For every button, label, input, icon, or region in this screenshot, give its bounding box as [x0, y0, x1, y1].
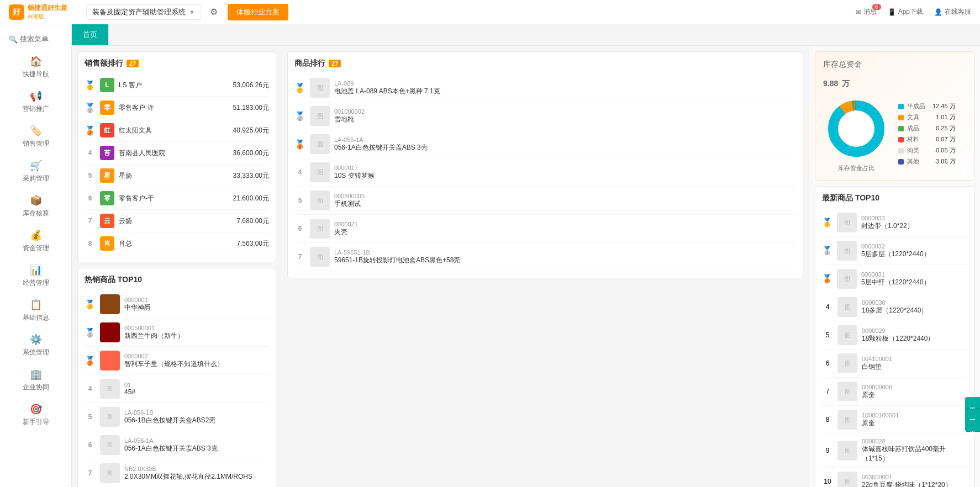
nav-tabs: 首页 [72, 24, 980, 46]
dropdown-arrow-icon: ▼ [189, 9, 195, 15]
latest-products-list: 🥇 图 0000033 封边带（1.0*22） 🥈 图 0000032 5层多层… [822, 209, 967, 487]
app-download-button[interactable]: 📱 App下载 [888, 7, 923, 17]
legend-value: 0.25 万 [936, 124, 955, 133]
hot-product-item: 🥉 0000002 智利车子里（规格不知道填什么） [85, 347, 269, 375]
customer-rank-list: 🥇 L LS 客户 53,006.26元 🥈 零 零售客户-许 51,183.0… [85, 74, 269, 255]
legend-item: 材料 0.07 万 [898, 135, 956, 144]
search-menu-button[interactable]: 🔍 搜索菜单 [0, 29, 71, 50]
rank-avatar: 星 [100, 168, 114, 183]
customer-rank-title: 销售额排行 27 [85, 59, 269, 68]
rank-avatar: 苔 [100, 146, 114, 160]
sidebar-item-basic-info[interactable]: 📋 基础信息 [0, 293, 71, 328]
rank-value: 7,563.00元 [236, 239, 269, 248]
product-thumbnail: 图 [837, 353, 857, 373]
rank-number: 4 [85, 149, 96, 157]
product-thumbnail: 图 [837, 472, 857, 487]
product-thumbnail [100, 322, 120, 342]
sidebar-item-enterprise[interactable]: 🏢 企业协同 [0, 363, 71, 398]
product-info: 0000029 18颗粒板（1220*2440） [862, 327, 967, 343]
rank-number: 6 [294, 225, 305, 232]
sidebar-item-quick-nav[interactable]: 🏠 快捷导航 [0, 50, 71, 84]
legend-color-dot [898, 126, 904, 131]
product-thumbnail: 图 [837, 325, 857, 345]
latest-product-item: 10 图 003800001 22g鱼豆腐-烧烤味（1*12*20） [822, 468, 967, 487]
product-info: LA-089 电池盖 LA-089 ABS本色+黑种 7.1克 [334, 80, 796, 96]
system-selector[interactable]: 装备及固定资产辅助管理系统 ▼ [86, 4, 201, 20]
product-info: 001000002 雪地靴 [334, 108, 796, 124]
rank-number: 9 [822, 447, 833, 454]
settings-icon[interactable]: ⚙ [206, 4, 222, 20]
rank-avatar: 零 [100, 100, 114, 115]
product-code: LA-056-1A [334, 136, 796, 143]
sidebar-item-finance[interactable]: 💰 资金管理 [0, 224, 71, 258]
medal-icon: 🥉 [85, 356, 96, 366]
product-info: LA-056-1A 056-1A白色按键开关盖ABS 3壳 [334, 136, 796, 152]
medal-icon: 🥉 [822, 274, 833, 284]
marketing-icon: 📢 [30, 90, 42, 102]
product-name: 封边带（1.0*22） [861, 221, 967, 231]
rank-name: 红太阳文具 [119, 126, 229, 135]
legend-item: 文具 1.01 万 [898, 113, 956, 121]
rank-name: LS 客户 [119, 81, 229, 90]
float-btn-community[interactable]: 服务社区 [965, 409, 980, 420]
left-column: 销售额排行 27 🥇 L LS 客户 53,006.26元 🥈 零 零售客户-许… [72, 46, 282, 487]
inventory-legend: 半成品 12.45 万 文具 1.01 万 成品 0.25 万 材料 0.07 … [898, 102, 956, 166]
product-rank-item: 🥇 图 LA-089 电池盖 LA-089 ABS本色+黑种 7.1克 [294, 74, 796, 102]
rank-number: 6 [822, 359, 833, 367]
rank-number: 5 [294, 197, 305, 204]
product-thumbnail: 图 [837, 241, 857, 261]
product-thumbnail [100, 351, 120, 370]
legend-color-dot [898, 148, 904, 153]
svg-point-5 [840, 112, 873, 145]
donut-svg [823, 96, 889, 162]
rank-item: 6 零 零售客户-于 21,680.00元 [85, 187, 269, 210]
product-code: 004100001 [862, 356, 967, 362]
medal-icon: 🥇 [294, 83, 305, 93]
product-thumbnail: 图 [310, 219, 330, 239]
tab-home[interactable]: 首页 [72, 24, 109, 45]
middle-column: 商品排行 27 🥇 图 LA-089 电池盖 LA-089 ABS本色+黑种 7… [282, 46, 809, 487]
legend-value: 0.07 万 [936, 135, 955, 144]
rank-item: 🥈 零 零售客户-许 51,183.00元 [85, 97, 269, 119]
hot-product-item: 🥈 000500001 新西兰牛肉（新牛） [85, 319, 269, 347]
rank-name: 云扬 [119, 216, 232, 226]
legend-name: 文具 [907, 113, 929, 121]
trial-button[interactable]: 体验行业方案 [228, 4, 288, 20]
rank-avatar: L [100, 78, 114, 92]
rank-value: 7,680.00元 [236, 216, 269, 226]
product-thumbnail [100, 294, 120, 314]
product-code: 0000029 [862, 327, 967, 334]
float-btn-service[interactable]: 客服热线 [965, 397, 980, 409]
latest-product-item: 9 图 0000028 体碱嘉枝味苏打饮品400毫升（1*15） [822, 434, 967, 468]
product-name: 夹壳 [334, 227, 796, 237]
hot-product-item: 4 图 01 45# [85, 375, 269, 403]
rank-avatar: 肖 [100, 236, 114, 251]
sidebar-item-marketing[interactable]: 📢 营销推广 [0, 84, 71, 119]
rank-value: 21,680.00元 [233, 194, 269, 203]
product-info: 10000100001 原奎 [862, 412, 967, 428]
product-thumbnail: 图 [310, 106, 330, 126]
sidebar-item-operations[interactable]: 📊 经营管理 [0, 258, 71, 293]
sidebar-item-sales[interactable]: 🏷️ 销售管理 [0, 119, 71, 154]
sales-icon: 🏷️ [30, 125, 42, 137]
product-info: 01 45# [124, 382, 269, 396]
rank-number: 6 [85, 194, 96, 202]
product-info: LA-056-1A 056-1A白色按键开关盖ABS 3克 [124, 437, 269, 453]
latest-product-item: 🥇 图 0000033 封边带（1.0*22） [822, 209, 967, 237]
sidebar-item-system[interactable]: ⚙️ 系统管理 [0, 328, 71, 363]
sidebar-item-newbie-guide[interactable]: 🎯 新手引导 [0, 398, 71, 432]
message-button[interactable]: ✉ 消息 6 [856, 7, 877, 17]
rank-item: 7 云 云扬 7,680.00元 [85, 210, 269, 232]
product-info: 004100001 白钢垫 [862, 356, 967, 372]
legend-name: 材料 [907, 135, 929, 144]
customer-rank-card: 销售额排行 27 🥇 L LS 客户 53,006.26元 🥈 零 零售客户-许… [77, 51, 276, 262]
online-service-button[interactable]: 👤 在线客服 [934, 7, 971, 17]
sidebar-item-inventory[interactable]: 📦 库存核算 [0, 189, 71, 224]
right-column: 库存总资金 9.88 万 [809, 46, 980, 487]
chart-label: 库存资金占比 [823, 164, 889, 172]
product-thumbnail: 图 [837, 213, 857, 232]
rank-item: 🥇 L LS 客户 53,006.26元 [85, 74, 269, 97]
content-area: 首页 销售额排行 27 🥇 L LS 客户 53,006.26元 🥈 零 零售客… [72, 24, 980, 487]
float-btn-live[interactable]: 直播 [965, 420, 980, 432]
sidebar-item-purchase[interactable]: 🛒 采购管理 [0, 154, 71, 189]
